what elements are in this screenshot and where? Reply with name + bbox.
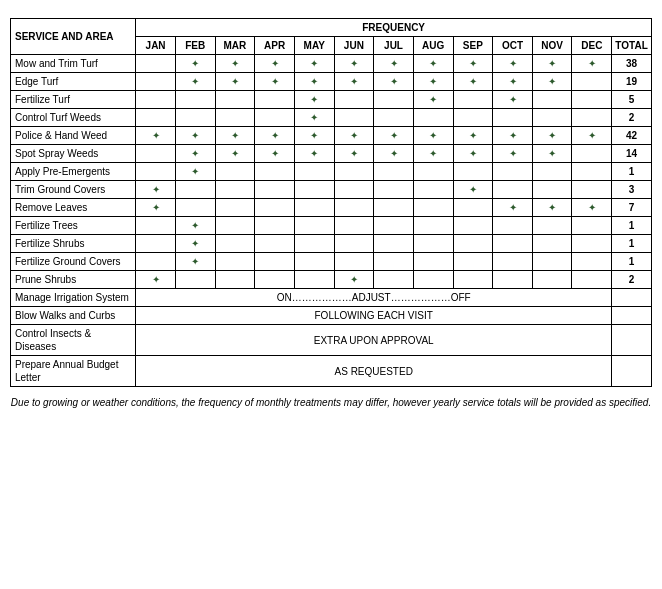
month-cell	[572, 145, 612, 163]
month-cell	[215, 91, 255, 109]
month-cell	[136, 109, 176, 127]
service-cell: Edge Turf	[11, 73, 136, 91]
check-icon: ✦	[548, 202, 556, 213]
service-cell: Control Turf Weeds	[11, 109, 136, 127]
month-cell	[294, 181, 334, 199]
month-header-nov: NOV	[532, 37, 572, 55]
month-cell: ✦	[294, 145, 334, 163]
month-cell	[413, 217, 453, 235]
check-icon: ✦	[548, 76, 556, 87]
check-icon: ✦	[390, 148, 398, 159]
month-cell	[136, 145, 176, 163]
check-icon: ✦	[271, 58, 279, 69]
month-cell	[136, 73, 176, 91]
check-icon: ✦	[152, 202, 160, 213]
month-cell	[175, 109, 215, 127]
month-cell: ✦	[334, 73, 374, 91]
service-cell: Fertilize Ground Covers	[11, 253, 136, 271]
month-cell	[413, 181, 453, 199]
table-row: Prepare Annual Budget LetterAS REQUESTED	[11, 356, 652, 387]
month-header-feb: FEB	[175, 37, 215, 55]
check-icon: ✦	[429, 130, 437, 141]
check-icon: ✦	[429, 148, 437, 159]
month-cell	[334, 235, 374, 253]
check-icon: ✦	[310, 130, 318, 141]
month-cell	[532, 181, 572, 199]
month-cell: ✦	[532, 127, 572, 145]
month-header-mar: MAR	[215, 37, 255, 55]
month-cell: ✦	[453, 181, 493, 199]
month-cell	[374, 235, 414, 253]
month-header-jun: JUN	[334, 37, 374, 55]
check-icon: ✦	[271, 148, 279, 159]
month-cell: ✦	[334, 145, 374, 163]
month-cell	[572, 163, 612, 181]
month-cell	[413, 253, 453, 271]
service-cell: Mow and Trim Turf	[11, 55, 136, 73]
service-cell: Manage Irrigation System	[11, 289, 136, 307]
month-cell	[215, 253, 255, 271]
total-cell: 7	[612, 199, 652, 217]
month-header-jan: JAN	[136, 37, 176, 55]
month-cell	[255, 181, 295, 199]
month-cell: ✦	[413, 127, 453, 145]
month-header-jul: JUL	[374, 37, 414, 55]
check-icon: ✦	[509, 148, 517, 159]
table-row: Spot Spray Weeds✦✦✦✦✦✦✦✦✦✦14	[11, 145, 652, 163]
check-icon: ✦	[588, 130, 596, 141]
total-cell: 5	[612, 91, 652, 109]
month-cell	[334, 181, 374, 199]
month-cell: ✦	[294, 109, 334, 127]
span-cell: ON………………ADJUST………………OFF	[136, 289, 612, 307]
table-row: Fertilize Turf✦✦✦5	[11, 91, 652, 109]
month-cell	[413, 199, 453, 217]
month-cell	[572, 253, 612, 271]
month-cell	[255, 235, 295, 253]
check-icon: ✦	[509, 202, 517, 213]
check-icon: ✦	[191, 58, 199, 69]
check-icon: ✦	[469, 148, 477, 159]
service-cell: Apply Pre-Emergents	[11, 163, 136, 181]
top-header-row: SERVICE AND AREAFREQUENCY	[11, 19, 652, 37]
month-cell: ✦	[175, 253, 215, 271]
service-cell: Control Insects & Diseases	[11, 325, 136, 356]
check-icon: ✦	[548, 130, 556, 141]
month-cell	[572, 181, 612, 199]
month-cell	[215, 181, 255, 199]
month-cell	[493, 217, 533, 235]
service-cell: Fertilize Shrubs	[11, 235, 136, 253]
month-cell	[413, 109, 453, 127]
service-cell: Prepare Annual Budget Letter	[11, 356, 136, 387]
month-cell	[453, 163, 493, 181]
month-cell: ✦	[493, 73, 533, 91]
total-cell: 2	[612, 271, 652, 289]
month-cell	[136, 217, 176, 235]
month-cell: ✦	[374, 73, 414, 91]
span-cell: EXTRA UPON APPROVAL	[136, 325, 612, 356]
month-cell	[215, 235, 255, 253]
month-cell	[334, 217, 374, 235]
month-cell	[374, 109, 414, 127]
table-row: Remove Leaves✦✦✦✦7	[11, 199, 652, 217]
check-icon: ✦	[191, 130, 199, 141]
month-cell: ✦	[453, 55, 493, 73]
month-cell: ✦	[374, 145, 414, 163]
check-icon: ✦	[152, 274, 160, 285]
check-icon: ✦	[390, 76, 398, 87]
month-cell	[334, 163, 374, 181]
check-icon: ✦	[429, 76, 437, 87]
total-cell: 42	[612, 127, 652, 145]
table-row: Edge Turf✦✦✦✦✦✦✦✦✦✦19	[11, 73, 652, 91]
month-cell: ✦	[215, 127, 255, 145]
month-cell	[175, 181, 215, 199]
check-icon: ✦	[469, 130, 477, 141]
month-cell	[453, 91, 493, 109]
check-icon: ✦	[509, 130, 517, 141]
month-cell: ✦	[493, 91, 533, 109]
month-cell	[453, 235, 493, 253]
month-cell	[294, 199, 334, 217]
month-cell	[215, 217, 255, 235]
total-cell	[612, 289, 652, 307]
month-cell: ✦	[572, 199, 612, 217]
month-cell	[136, 163, 176, 181]
